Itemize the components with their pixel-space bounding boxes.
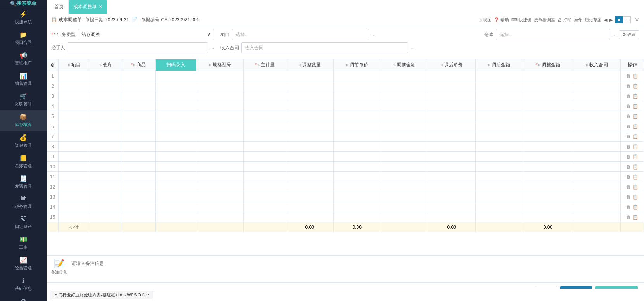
table-cell[interactable] bbox=[156, 192, 196, 202]
table-cell[interactable] bbox=[523, 71, 573, 81]
table-cell[interactable] bbox=[286, 111, 333, 121]
row-action-cell[interactable]: 🗑📋 bbox=[621, 131, 644, 142]
tab-cost-adjust[interactable]: 成本调整单 ✕ bbox=[69, 0, 107, 14]
sidebar-item-base-info[interactable]: ℹ 基础信息 bbox=[0, 274, 47, 294]
table-cell[interactable] bbox=[59, 182, 90, 192]
table-cell[interactable] bbox=[475, 71, 523, 81]
col-gear[interactable]: ⚙ bbox=[47, 59, 59, 71]
table-cell[interactable] bbox=[333, 212, 381, 222]
table-row[interactable]: 11🗑📋 bbox=[47, 172, 644, 182]
table-cell[interactable] bbox=[121, 121, 156, 131]
table-cell[interactable] bbox=[59, 152, 90, 162]
table-cell[interactable] bbox=[428, 111, 475, 121]
table-cell[interactable] bbox=[428, 212, 475, 222]
row-action-cell[interactable]: 🗑📋 bbox=[621, 192, 644, 202]
table-cell[interactable] bbox=[428, 71, 475, 81]
table-cell[interactable] bbox=[59, 131, 90, 142]
table-cell[interactable] bbox=[475, 91, 523, 101]
tab-close-icon[interactable]: ✕ bbox=[99, 4, 102, 9]
table-cell[interactable] bbox=[59, 202, 90, 212]
view-btn-list[interactable]: ≡ bbox=[623, 16, 631, 23]
table-cell[interactable] bbox=[59, 192, 90, 202]
table-cell[interactable] bbox=[573, 131, 620, 142]
table-cell[interactable] bbox=[573, 192, 620, 202]
table-cell[interactable] bbox=[156, 81, 196, 91]
table-cell[interactable] bbox=[59, 212, 90, 222]
shortcut-action[interactable]: ⌨ 快捷键 bbox=[511, 17, 531, 23]
table-cell[interactable] bbox=[475, 142, 523, 152]
table-cell[interactable] bbox=[523, 182, 573, 192]
table-cell[interactable] bbox=[381, 202, 428, 212]
business-type-input[interactable]: 结存调整 ∨ bbox=[78, 29, 214, 40]
table-cell[interactable] bbox=[196, 121, 244, 131]
delete-icon[interactable]: 🗑 bbox=[626, 204, 631, 210]
table-cell[interactable] bbox=[381, 131, 428, 142]
settings-button[interactable]: ⚙ 设置 bbox=[619, 30, 639, 39]
delete-icon[interactable]: 🗑 bbox=[626, 83, 631, 89]
table-row[interactable]: 9🗑📋 bbox=[47, 152, 644, 162]
table-cell[interactable] bbox=[573, 81, 620, 91]
project-input[interactable]: 选择... bbox=[232, 29, 369, 40]
table-cell[interactable] bbox=[196, 182, 244, 192]
copy-icon[interactable]: 📋 bbox=[632, 134, 638, 139]
copy-icon[interactable]: 📋 bbox=[632, 124, 638, 129]
table-cell[interactable] bbox=[196, 71, 244, 81]
table-cell[interactable] bbox=[381, 91, 428, 101]
table-cell[interactable] bbox=[121, 81, 156, 91]
copy-icon[interactable]: 📋 bbox=[632, 73, 638, 79]
table-cell[interactable] bbox=[428, 162, 475, 172]
delete-icon[interactable]: 🗑 bbox=[626, 144, 631, 149]
table-cell[interactable] bbox=[156, 162, 196, 172]
delete-icon[interactable]: 🗑 bbox=[626, 114, 631, 119]
table-cell[interactable] bbox=[156, 111, 196, 121]
copy-icon[interactable]: 📋 bbox=[632, 204, 638, 210]
table-cell[interactable] bbox=[381, 71, 428, 81]
table-cell[interactable] bbox=[156, 131, 196, 142]
sidebar-item-sys[interactable]: ⚙ 系统管理 bbox=[0, 294, 47, 301]
nav-prev[interactable]: ◀ bbox=[604, 17, 607, 22]
table-cell[interactable] bbox=[333, 111, 381, 121]
table-cell[interactable] bbox=[90, 91, 121, 101]
table-cell[interactable] bbox=[381, 172, 428, 182]
table-cell[interactable] bbox=[196, 91, 244, 101]
table-cell[interactable] bbox=[59, 81, 90, 91]
table-cell[interactable] bbox=[333, 192, 381, 202]
tab-home[interactable]: 首页 bbox=[50, 0, 69, 14]
table-cell[interactable] bbox=[573, 212, 620, 222]
sidebar-item-assets[interactable]: 🏗 固定资产 bbox=[0, 213, 47, 233]
table-cell[interactable] bbox=[286, 131, 333, 142]
table-row[interactable]: 2🗑📋 bbox=[47, 81, 644, 91]
table-cell[interactable] bbox=[90, 152, 121, 162]
table-cell[interactable] bbox=[523, 81, 573, 91]
table-cell[interactable] bbox=[523, 131, 573, 142]
table-cell[interactable] bbox=[475, 192, 523, 202]
table-cell[interactable] bbox=[90, 192, 121, 202]
project-more-icon[interactable]: ... bbox=[372, 32, 376, 37]
table-cell[interactable] bbox=[121, 152, 156, 162]
table-cell[interactable] bbox=[196, 111, 244, 121]
table-cell[interactable] bbox=[286, 142, 333, 152]
table-cell[interactable] bbox=[475, 212, 523, 222]
table-cell[interactable] bbox=[428, 202, 475, 212]
sidebar-item-sales-mgmt[interactable]: 📊 销售管理 bbox=[0, 69, 47, 90]
delete-icon[interactable]: 🗑 bbox=[626, 164, 631, 170]
table-cell[interactable] bbox=[244, 172, 286, 182]
table-cell[interactable] bbox=[59, 121, 90, 131]
table-cell[interactable] bbox=[381, 101, 428, 111]
table-cell[interactable] bbox=[573, 71, 620, 81]
row-action-cell[interactable]: 🗑📋 bbox=[621, 182, 644, 192]
table-cell[interactable] bbox=[286, 101, 333, 111]
warehouse-input[interactable]: 选择... bbox=[496, 29, 610, 40]
table-cell[interactable] bbox=[333, 81, 381, 91]
table-cell[interactable] bbox=[573, 202, 620, 212]
sidebar-item-invoice[interactable]: 🧾 发票管理 bbox=[0, 172, 47, 192]
table-cell[interactable] bbox=[244, 131, 286, 142]
table-row[interactable]: 15🗑📋 bbox=[47, 212, 644, 222]
table-cell[interactable] bbox=[573, 152, 620, 162]
notes-input[interactable] bbox=[70, 259, 639, 273]
row-action-cell[interactable]: 🗑📋 bbox=[621, 212, 644, 222]
print-action[interactable]: 🖨 打印 bbox=[557, 17, 571, 23]
table-cell[interactable] bbox=[428, 172, 475, 182]
copy-icon[interactable]: 📋 bbox=[632, 184, 638, 190]
table-cell[interactable] bbox=[573, 101, 620, 111]
